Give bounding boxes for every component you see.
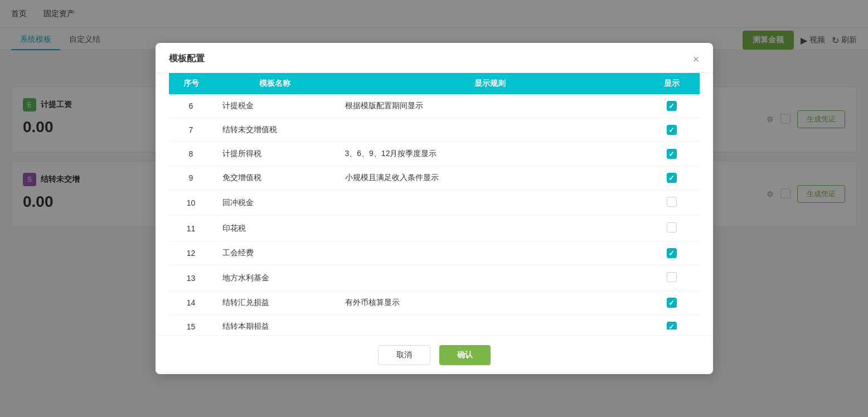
col-name: 模板名称	[214, 73, 336, 94]
cell-name: 印花税	[214, 216, 336, 241]
cell-name: 计提所得税	[214, 142, 336, 166]
col-display: 显示	[644, 73, 700, 94]
cell-name: 免交增值税	[214, 166, 336, 190]
checkbox-display[interactable]	[667, 101, 677, 111]
cell-rule	[336, 190, 644, 216]
cell-rule	[336, 315, 644, 330]
cell-index: 8	[169, 142, 214, 166]
cell-checkbox[interactable]	[644, 190, 700, 216]
cell-name: 结转本期损益	[214, 315, 336, 330]
table-row: 10回冲税金	[169, 190, 700, 216]
template-config-dialog: 模板配置 × 序号 模板名称 显示规则 显示 6计提税金根据模版配置期间显示7结…	[156, 43, 713, 374]
cell-checkbox[interactable]	[644, 118, 700, 142]
cell-index: 7	[169, 118, 214, 142]
checkbox-display[interactable]	[667, 272, 677, 282]
cell-name: 计提税金	[214, 94, 336, 118]
table-row: 9免交增值税小规模且满足收入条件显示	[169, 166, 700, 190]
checkbox-display[interactable]	[667, 173, 677, 183]
cell-index: 12	[169, 241, 214, 265]
checkbox-display[interactable]	[667, 125, 677, 135]
cell-checkbox[interactable]	[644, 265, 700, 291]
cell-rule	[336, 241, 644, 265]
header-row: 序号 模板名称 显示规则 显示	[169, 73, 700, 94]
checkbox-display[interactable]	[667, 149, 677, 159]
cell-index: 6	[169, 94, 214, 118]
cell-checkbox[interactable]	[644, 166, 700, 190]
checkbox-display[interactable]	[667, 298, 677, 308]
config-table: 序号 模板名称 显示规则 显示 6计提税金根据模版配置期间显示7结转未交增值税8…	[169, 73, 700, 329]
cell-name: 工会经费	[214, 241, 336, 265]
cell-index: 14	[169, 291, 214, 315]
table-row: 8计提所得税3、6、9、12月按季度显示	[169, 142, 700, 166]
cell-name: 地方水利基金	[214, 265, 336, 291]
cell-rule: 3、6、9、12月按季度显示	[336, 142, 644, 166]
table-row: 15结转本期损益	[169, 315, 700, 330]
cell-index: 9	[169, 166, 214, 190]
table-row: 13地方水利基金	[169, 265, 700, 291]
cell-name: 结转汇兑损益	[214, 291, 336, 315]
table-row: 14结转汇兑损益有外币核算显示	[169, 291, 700, 315]
cell-rule	[336, 118, 644, 142]
checkbox-display[interactable]	[667, 248, 677, 258]
dialog-title: 模板配置	[169, 53, 205, 65]
cell-checkbox[interactable]	[644, 241, 700, 265]
cell-name: 回冲税金	[214, 190, 336, 216]
table-header: 序号 模板名称 显示规则 显示	[169, 73, 700, 94]
cell-checkbox[interactable]	[644, 291, 700, 315]
cell-rule	[336, 216, 644, 241]
cell-index: 13	[169, 265, 214, 291]
table-body: 6计提税金根据模版配置期间显示7结转未交增值税8计提所得税3、6、9、12月按季…	[169, 94, 700, 329]
cell-checkbox[interactable]	[644, 315, 700, 330]
table-row: 7结转未交增值税	[169, 118, 700, 142]
modal-overlay: 模板配置 × 序号 模板名称 显示规则 显示 6计提税金根据模版配置期间显示7结…	[0, 0, 868, 417]
checkbox-display[interactable]	[667, 197, 677, 207]
col-index: 序号	[169, 73, 214, 94]
cell-rule: 小规模且满足收入条件显示	[336, 166, 644, 190]
cell-rule	[336, 265, 644, 291]
dialog-footer: 取消 确认	[156, 336, 713, 374]
table-row: 6计提税金根据模版配置期间显示	[169, 94, 700, 118]
cell-index: 10	[169, 190, 214, 216]
dialog-header: 模板配置 ×	[156, 43, 713, 73]
cell-index: 15	[169, 315, 214, 330]
checkbox-display[interactable]	[667, 222, 677, 232]
checkbox-display[interactable]	[667, 322, 677, 329]
cell-checkbox[interactable]	[644, 216, 700, 241]
table-row: 11印花税	[169, 216, 700, 241]
close-button[interactable]: ×	[693, 54, 700, 65]
table-row: 12工会经费	[169, 241, 700, 265]
col-rule: 显示规则	[336, 73, 644, 94]
cell-rule: 根据模版配置期间显示	[336, 94, 644, 118]
cell-rule: 有外币核算显示	[336, 291, 644, 315]
cancel-button[interactable]: 取消	[378, 345, 430, 365]
cell-index: 11	[169, 216, 214, 241]
cell-checkbox[interactable]	[644, 142, 700, 166]
confirm-button[interactable]: 确认	[439, 345, 491, 365]
cell-checkbox[interactable]	[644, 94, 700, 118]
table-container[interactable]: 序号 模板名称 显示规则 显示 6计提税金根据模版配置期间显示7结转未交增值税8…	[156, 73, 713, 329]
cell-name: 结转未交增值税	[214, 118, 336, 142]
